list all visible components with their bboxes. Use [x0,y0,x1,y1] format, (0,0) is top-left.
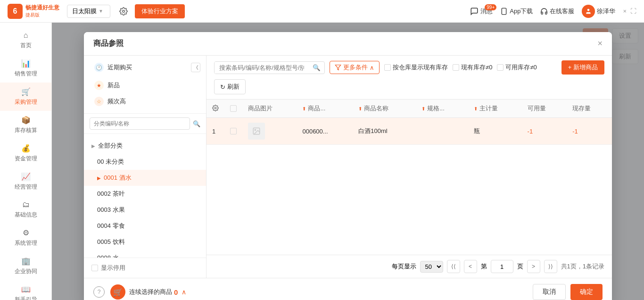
sidebar-item-basic[interactable]: 🗂 基础信息 [0,196,51,224]
product-search-btn[interactable]: 🔍 [309,62,324,74]
category-search-icon[interactable]: 🔍 [193,120,200,127]
th-settings[interactable] [206,100,224,118]
sidebar-item-guide[interactable]: 📖 新手引导 [0,280,51,300]
th-code-sortable[interactable]: ⬆ 商品... [302,104,347,113]
last-page-btn[interactable]: ⟩⟩ [544,260,557,273]
checkbox-avail-ne0-label[interactable]: 可用库存≠0 [497,63,537,72]
help-icon[interactable]: ? [93,286,105,298]
store-selector[interactable]: 日太阳膜 ▼ [67,5,110,18]
logo-text-area: 畅捷通好生意 捷易版 [25,4,59,18]
home-icon: ⌂ [24,31,28,40]
quick-label-frequent: 频次高 [107,97,126,106]
th-unit-sortable[interactable]: ⬆ 主计量 [474,104,516,113]
category-tree: ▶ 全部分类 00 未分类 ▶ 0001 酒水 0002 茶叶 [84,134,206,258]
frequent-icon: ☆ [94,97,104,106]
app-download-btn[interactable]: App下载 [500,7,533,16]
finance-icon: 💰 [21,144,31,153]
td-image [242,118,297,145]
cat-arrow-all: ▶ [91,143,95,149]
page-suffix: 页 [517,262,523,271]
select-all-checkbox[interactable] [230,105,237,112]
td-code: 000600... [297,118,353,145]
product-search-input[interactable] [215,62,309,74]
quick-label-recent: 近期购买 [107,63,132,72]
sidebar-item-enterprise[interactable]: 🏢 企业协同 [0,252,51,280]
cat-item-all[interactable]: ▶ 全部分类 [84,138,206,154]
pagination: 每页显示 50 ⟨⟨ < 第 页 > ⟩⟩ 共1页，1条记录 [206,255,612,278]
th-name-sortable[interactable]: ⬆ 商品名称 [358,104,410,113]
logo-area: 6 畅捷通好生意 捷易版 [8,4,59,19]
td-name: 白酒100ml [353,118,416,145]
cat-item-water[interactable]: 0008 水 [84,250,206,258]
row-stock: -1 [572,128,578,135]
nav-right: 消息 99+ App下载 在线客服 徐泽华 × ⛶ [470,5,636,18]
sidebar-item-inventory[interactable]: 📦 库存核算 [0,111,51,139]
table-row[interactable]: 1 [206,118,612,145]
sidebar-item-sales[interactable]: 📊 销售管理 [0,54,51,83]
category-collapse-btn[interactable]: 《 [191,63,200,72]
checkbox-stock-ne0[interactable] [453,64,459,71]
add-product-btn[interactable]: + 新增商品 [561,60,604,75]
collapse-cart-btn[interactable]: ∧ [182,288,186,296]
refresh-btn[interactable]: ↻ 刷新 [214,79,246,94]
sidebar-item-home[interactable]: ⌂ 首页 [0,26,51,54]
sidebar-item-purchase[interactable]: 🛒 采购管理 [0,83,51,111]
sidebar-item-operations[interactable]: 📈 经营管理 [0,167,51,196]
logo-sub: 捷易版 [25,12,59,18]
user-area[interactable]: 徐泽华 [582,5,615,18]
cat-item-snack[interactable]: 0004 零食 [84,218,206,234]
cancel-btn[interactable]: 取消 [533,284,566,300]
help-label: ? [98,289,101,295]
message-btn[interactable]: 消息 99+ [470,7,493,16]
footer-buttons: 取消 确定 [533,284,603,300]
cat-item-tea[interactable]: 0002 茶叶 [84,186,206,202]
page-input[interactable] [491,260,513,273]
app-download-label: App下载 [510,7,533,16]
th-unit: ⬆ 主计量 [468,100,522,118]
cart-icon[interactable]: 🛒 [110,284,125,300]
cat-label-fruit: 0003 水果 [97,206,125,214]
checkbox-stock-ne0-label[interactable]: 现有库存≠0 [453,63,492,72]
cat-item-liquor[interactable]: ▶ 0001 酒水 [84,170,206,186]
product-search-bar: 🔍 [214,61,325,74]
confirm-btn[interactable]: 确定 [570,284,603,300]
product-table-container: 商品图片 ⬆ 商品... [206,100,612,255]
checkbox-warehouse-label[interactable]: 按仓库显示现有库存 [384,63,448,72]
close-window-icon[interactable]: × [623,8,627,15]
cat-label-water: 0008 水 [97,254,119,258]
th-available-label: 可用量 [528,105,546,112]
next-page-btn[interactable]: > [527,260,540,273]
row-unit: 瓶 [474,127,480,134]
cat-item-beverage[interactable]: 0005 饮料 [84,234,206,250]
td-unit: 瓶 [468,118,522,145]
category-search-input[interactable] [90,117,190,130]
first-page-btn[interactable]: ⟨⟨ [447,260,460,273]
cat-arrow-liquor: ▶ [97,175,101,181]
th-available: 可用量 [522,100,567,118]
quick-item-new[interactable]: ★ 新品 [90,77,200,93]
th-spec-sortable[interactable]: ⬆ 规格... [421,104,462,113]
filter-btn[interactable]: 更多条件 ∧ [330,61,380,74]
sidebar-label-purchase: 采购管理 [15,98,37,106]
cat-item-uncategorized[interactable]: 00 未分类 [84,154,206,170]
svg-point-5 [215,107,216,109]
prev-page-btn[interactable]: < [464,260,477,273]
row-checkbox[interactable] [230,128,237,134]
trial-btn[interactable]: 体验行业方案 [135,4,185,18]
cat-item-fruit[interactable]: 0003 水果 [84,202,206,218]
quick-item-recent[interactable]: 🕐 近期购买 [90,59,137,75]
show-disabled-checkbox[interactable] [91,265,98,271]
checkbox-avail-ne0[interactable] [497,64,504,71]
new-icon: ★ [94,81,104,90]
sidebar-item-system[interactable]: ⚙ 系统管理 [0,224,51,252]
online-service-btn[interactable]: 在线客服 [540,7,574,16]
modal-close-btn[interactable]: × [597,39,603,49]
settings-icon-btn[interactable] [116,4,131,19]
th-image-sortable: 商品图片 [248,104,291,113]
per-page-select[interactable]: 50 [420,261,443,273]
checkbox-warehouse[interactable] [384,64,391,71]
quick-item-frequent[interactable]: ☆ 频次高 [90,93,200,109]
sidebar-item-finance[interactable]: 💰 资金管理 [0,139,51,167]
row-code: 000600... [302,128,328,135]
expand-window-icon[interactable]: ⛶ [630,8,636,15]
